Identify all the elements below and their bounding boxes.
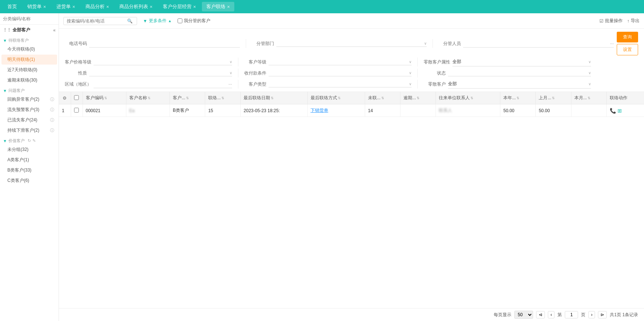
nav-product-analysis[interactable]: 商品分析 ✕: [81, 2, 113, 11]
sidebar-item-churn-warning[interactable]: 流失预警客户(3) ⓘ: [1, 105, 57, 115]
col-this-year: 本年...⇅: [500, 92, 536, 104]
nav-customer-segment[interactable]: 客户分层经营 ✕: [158, 2, 200, 11]
sort-overdue[interactable]: 逾期...⇅: [403, 95, 420, 101]
payment-select[interactable]: ∨: [269, 70, 412, 76]
customer-level-select[interactable]: ∨: [269, 59, 412, 65]
sidebar-item-7days[interactable]: 近7天待联络(0): [1, 65, 57, 75]
phone-input[interactable]: [89, 40, 240, 48]
filter-more-btn[interactable]: ▼ 更多条件 ▲: [140, 16, 175, 25]
nav-product-analysis-list[interactable]: 商品分析列表 ✕: [115, 2, 157, 11]
filter-nature: 性质 ∨: [65, 70, 232, 76]
sidebar-item-today[interactable]: 今天待联络(0): [1, 44, 57, 54]
row-checkbox[interactable]: [71, 104, 83, 117]
filter-row-4: 区域（地区） ··· 客户类型 ∨ 零散客户: [65, 80, 638, 89]
col-settings[interactable]: ⚙: [59, 92, 71, 104]
sidebar-collapse-icon[interactable]: «: [53, 28, 56, 33]
person-select[interactable]: ···: [463, 40, 614, 48]
row-overdue: [400, 104, 436, 117]
filter-customer-type: 客户类型 ∨: [244, 81, 412, 87]
sort-last-contact-date[interactable]: 最后联络日期⇅: [244, 95, 274, 101]
select-all-checkbox[interactable]: [74, 95, 79, 100]
sort-customer-name[interactable]: 客户名称⇅: [129, 95, 151, 101]
nav-sales[interactable]: 销货单 ✕: [23, 2, 50, 11]
status-select[interactable]: ∨: [448, 70, 591, 76]
divider-8: [417, 80, 418, 89]
filter-row-3: 性质 ∨ 收付款条件 ∨ 状态: [65, 69, 638, 77]
set-btn[interactable]: 设置: [617, 44, 638, 55]
phone-action-icon[interactable]: 📞: [610, 108, 616, 114]
my-customers-check[interactable]: [178, 18, 182, 23]
sort-unlinked-days[interactable]: 未联...⇅: [368, 95, 384, 101]
filter-region: 区域（地区） ···: [65, 80, 232, 88]
sort-this-year[interactable]: 本年...⇅: [503, 95, 519, 101]
sort-last-contact-method[interactable]: 最后联络方式⇅: [311, 95, 341, 101]
row-name: Ea: [126, 104, 169, 117]
sidebar-item-class-a[interactable]: A类客户(1): [1, 155, 57, 165]
row-select-checkbox[interactable]: [74, 108, 79, 113]
batch-ops-btn[interactable]: ☑ 批量操作: [599, 18, 623, 24]
nav-close-product-analysis-list[interactable]: ✕: [150, 5, 153, 9]
sidebar-item-class-c[interactable]: C类客户(6): [1, 176, 57, 186]
sort-last-month[interactable]: 上月...⇅: [539, 95, 555, 101]
col-checkbox-header[interactable]: [71, 92, 83, 104]
sort-icon-method: ⇅: [338, 96, 341, 100]
refresh-icon[interactable]: ↻: [28, 138, 31, 143]
dept-select[interactable]: ∨: [276, 40, 427, 47]
col-this-month: 本月...⇅: [571, 92, 606, 104]
last-contact-method-link[interactable]: 下销货单: [311, 108, 328, 113]
page-size-select[interactable]: 50 100 200: [514, 311, 533, 319]
nav-home[interactable]: 首页: [3, 2, 21, 11]
edit-icon[interactable]: ✎: [32, 138, 36, 143]
sidebar-item-tomorrow[interactable]: 明天待联络(1): [1, 55, 57, 65]
last-page-btn[interactable]: ⊳: [598, 311, 607, 318]
search-main-icon[interactable]: 🔍: [127, 18, 133, 24]
sidebar-item-declining[interactable]: 持续下滑客户(2) ⓘ: [1, 125, 57, 135]
sort-customer-type[interactable]: 客户...⇅: [173, 95, 189, 101]
customer-type-select[interactable]: ∨: [269, 81, 412, 87]
grid-action-icon[interactable]: ⊞: [617, 108, 622, 114]
nav-close-sales[interactable]: ✕: [43, 5, 46, 9]
nav-customer-contact[interactable]: 客户联络 ✕: [202, 2, 234, 11]
sidebar-item-churned[interactable]: 已流失客户(24) ⓘ: [1, 115, 57, 125]
sort-contacts[interactable]: 联络...⇅: [208, 95, 224, 101]
nav-close-customer-contact[interactable]: ✕: [227, 5, 230, 9]
sidebar-all-customers[interactable]: ⋮⋮ 全部客户 «: [0, 25, 59, 35]
my-customers-checkbox[interactable]: 我分管的客户: [178, 18, 210, 24]
divider-7: [238, 80, 238, 89]
content-area: 🔍 ▼ 更多条件 ▲ 我分管的客户 ☑ 批量操作 ↑ 导出: [59, 13, 644, 321]
region-more-icon[interactable]: ···: [228, 82, 232, 87]
sidebar-item-class-b[interactable]: B类客户(33): [1, 165, 57, 175]
next-page-btn[interactable]: ›: [588, 311, 595, 318]
prev-page-btn[interactable]: ‹: [548, 311, 554, 318]
nav-close-product-analysis[interactable]: ✕: [106, 5, 109, 9]
sort-customer-code[interactable]: 客户编码⇅: [86, 95, 107, 101]
search-main-input[interactable]: [67, 18, 126, 24]
retail-attr-select[interactable]: 全部 ∨: [452, 58, 591, 66]
nav-purchase[interactable]: 进货单 ✕: [52, 2, 80, 11]
main-layout: 🔍 ⋮⋮ 全部客户 « ▼ 待联络客户 今天待联络(0) 明天待联络(1) 近7…: [0, 13, 644, 321]
sort-this-month[interactable]: 本月...⇅: [574, 95, 591, 101]
sidebar-item-repurchase-abnormal[interactable]: 回购异常客户(2) ⓘ: [1, 94, 57, 104]
retail-customer-select[interactable]: 全部 ∨: [448, 80, 591, 89]
person-more-icon[interactable]: ···: [610, 41, 614, 46]
sidebar-search-wrap: 🔍: [0, 13, 59, 25]
export-btn[interactable]: ↑ 导出: [627, 18, 640, 24]
page-number-input[interactable]: [565, 311, 578, 318]
page-unit: 页: [581, 312, 585, 318]
first-page-btn[interactable]: ⊲: [536, 311, 545, 318]
info-icon-1: ⓘ: [50, 97, 54, 102]
nav-close-purchase[interactable]: ✕: [72, 5, 75, 9]
row-last-contact-method[interactable]: 下销货单: [307, 104, 365, 117]
nav-close-customer-segment[interactable]: ✕: [193, 5, 196, 9]
sidebar-item-overdue[interactable]: 逾期未联络(30): [1, 75, 57, 85]
sidebar-item-ungroup[interactable]: 未分组(32): [1, 145, 57, 155]
query-btn[interactable]: 查询: [617, 32, 638, 42]
sidebar-search-input[interactable]: [3, 16, 58, 21]
search-bar: 🔍 ▼ 更多条件 ▲ 我分管的客户 ☑ 批量操作 ↑ 导出: [59, 13, 644, 29]
region-select[interactable]: ···: [94, 80, 232, 88]
price-level-select[interactable]: ∨: [94, 59, 232, 65]
nature-select[interactable]: ∨: [89, 70, 232, 76]
sort-icon-type: ⇅: [186, 96, 189, 100]
row-type: B类客户: [169, 104, 205, 117]
sort-contact-person[interactable]: 往来单位联系人⇅: [439, 95, 473, 101]
